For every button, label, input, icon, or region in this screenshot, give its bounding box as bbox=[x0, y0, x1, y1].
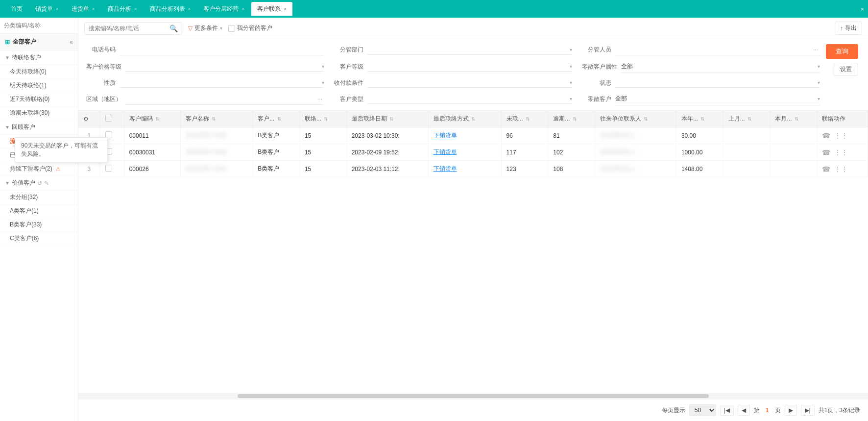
contact-action-icon[interactable]: ☎ bbox=[822, 165, 830, 173]
edit-icon[interactable]: ✎ bbox=[44, 180, 49, 187]
filter-zero-attr-select[interactable]: 全部 ▾ bbox=[621, 60, 820, 73]
filter-zero-attr: 零散客户属性 全部 ▾ bbox=[582, 60, 820, 73]
tab-customer-tier[interactable]: 客户分层经营 × bbox=[197, 2, 250, 16]
filter-zero-customer-select[interactable]: 全部 ▾ bbox=[615, 93, 820, 105]
sidebar-group-pending[interactable]: ▼ 待联络客户 bbox=[0, 50, 78, 65]
filter-manager-ellipsis[interactable]: ··· bbox=[811, 46, 820, 53]
tab-home[interactable]: 首页 bbox=[4, 2, 29, 16]
horizontal-scrollbar[interactable] bbox=[78, 393, 868, 399]
col-code[interactable]: 客户编码 ⇅ bbox=[124, 111, 180, 127]
col-contacts[interactable]: 联络... ⇅ bbox=[299, 111, 346, 127]
more-conditions-button[interactable]: ▽ 更多条件 ▾ bbox=[188, 24, 222, 32]
col-overdue[interactable]: 逾期... ⇅ bbox=[548, 111, 595, 127]
last-page-button[interactable]: ▶| bbox=[801, 405, 815, 416]
col-not-contacted[interactable]: 未联... ⇅ bbox=[501, 111, 548, 127]
more-conditions-label: 更多条件 bbox=[194, 24, 218, 32]
sidebar-group-value[interactable]: ▼ 价值客户 ↺ ✎ bbox=[0, 176, 78, 191]
more-action-icon[interactable]: ⋮⋮ bbox=[834, 165, 848, 173]
sidebar-item-overdue[interactable]: 逾期未联络(30) bbox=[0, 106, 78, 120]
my-customers-checkbox-box[interactable] bbox=[228, 25, 235, 32]
filter-customer-type: 客户类型 ▾ bbox=[334, 94, 572, 104]
sidebar-item-declining[interactable]: 持续下滑客户(2) ⚠ bbox=[0, 162, 78, 176]
row-last-method[interactable]: 下销货单 bbox=[428, 144, 501, 161]
tab-customer-contact[interactable]: 客户联系 × bbox=[251, 2, 292, 16]
tab-sales[interactable]: 销货单 × bbox=[29, 2, 65, 16]
row-last-month bbox=[723, 161, 770, 177]
tab-product-list-close[interactable]: × bbox=[188, 6, 191, 12]
sidebar-group-review[interactable]: ▼ 回顾客户 bbox=[0, 120, 78, 135]
col-checkbox[interactable] bbox=[100, 111, 124, 127]
main-search-box[interactable]: 🔍 bbox=[84, 22, 182, 35]
row-last-method[interactable]: 下销货单 bbox=[428, 161, 501, 177]
tab-purchase[interactable]: 进货单 × bbox=[66, 2, 101, 16]
warning-icon-3: ⚠ bbox=[56, 166, 60, 172]
sidebar-item-week[interactable]: 近7天待联络(0) bbox=[0, 93, 78, 106]
filter-price-level-label: 客户价格等级 bbox=[86, 63, 121, 71]
filter-row-3: 性质 ▾ 收付款条件 ▾ bbox=[86, 78, 820, 88]
prev-page-button[interactable]: ◀ bbox=[738, 405, 750, 416]
tab-product-analysis[interactable]: 商品分析 × bbox=[102, 2, 143, 16]
col-last-method[interactable]: 最后联络方式 ⇅ bbox=[428, 111, 501, 127]
sort-contacts-icon: ⇅ bbox=[324, 116, 328, 122]
row-actions: ☎ ⋮⋮ bbox=[817, 144, 868, 161]
filter-status-select[interactable]: ▾ bbox=[615, 78, 820, 88]
row-last-method[interactable]: 下销货单 bbox=[428, 127, 501, 144]
row-contacts: 15 bbox=[299, 127, 346, 144]
filter-nature-select[interactable]: ▾ bbox=[120, 78, 324, 88]
filter-price-level-select[interactable]: ▾ bbox=[125, 62, 324, 72]
sidebar-search-input[interactable] bbox=[4, 22, 77, 29]
filter-dept: 分管部门 ▾ bbox=[334, 45, 572, 55]
filter-payment-select[interactable]: ▾ bbox=[367, 78, 572, 88]
filter-phone-input[interactable] bbox=[120, 44, 324, 55]
col-this-year[interactable]: 本年... ⇅ bbox=[676, 111, 723, 127]
sidebar-item-today[interactable]: 今天待联络(0) bbox=[0, 65, 78, 79]
col-name[interactable]: 客户名称 ⇅ bbox=[181, 111, 253, 127]
export-button[interactable]: ↑ 导出 bbox=[835, 22, 862, 35]
col-this-month[interactable]: 本月... ⇅ bbox=[770, 111, 817, 127]
col-settings[interactable]: ⚙ bbox=[78, 111, 100, 127]
tab-product-analysis-close[interactable]: × bbox=[134, 6, 137, 12]
row-checkbox[interactable] bbox=[100, 161, 124, 177]
more-action-icon[interactable]: ⋮⋮ bbox=[834, 132, 848, 140]
content-area: 🔍 ▽ 更多条件 ▾ 我分管的客户 ↑ 导出 bbox=[78, 18, 868, 421]
next-page-button[interactable]: ▶ bbox=[785, 405, 797, 416]
sidebar-root-label: 全部客户 bbox=[13, 38, 36, 46]
filter-region-select[interactable]: ··· bbox=[125, 94, 324, 105]
contact-action-icon[interactable]: ☎ bbox=[822, 149, 830, 156]
sidebar-item-class-b[interactable]: B类客户(33) bbox=[0, 218, 78, 232]
refresh-icon[interactable]: ↺ bbox=[37, 180, 42, 187]
col-last-date[interactable]: 最后联络日期 ⇅ bbox=[346, 111, 428, 127]
col-contact-person[interactable]: 往来单位联系人 ⇅ bbox=[595, 111, 676, 127]
more-action-icon[interactable]: ⋮⋮ bbox=[834, 149, 848, 156]
main-search-input[interactable] bbox=[89, 25, 169, 32]
sidebar-all-customers[interactable]: ⊞ 全部客户 « bbox=[0, 34, 78, 50]
sidebar-search-box[interactable]: 🔍 bbox=[0, 18, 78, 34]
tab-purchase-close[interactable]: × bbox=[92, 6, 95, 12]
row-select-checkbox[interactable] bbox=[105, 165, 112, 172]
query-button[interactable]: 查询 bbox=[826, 44, 858, 59]
tab-product-list[interactable]: 商品分析列表 × bbox=[144, 2, 197, 16]
my-customers-checkbox[interactable]: 我分管的客户 bbox=[228, 24, 272, 32]
filter-customer-level-select[interactable]: ▾ bbox=[367, 62, 572, 72]
col-type[interactable]: 客户... ⇅ bbox=[253, 111, 300, 127]
sidebar-collapse-icon[interactable]: « bbox=[70, 39, 73, 46]
filter-dept-select[interactable]: ▾ bbox=[367, 45, 572, 55]
sidebar-item-class-c[interactable]: C类客户(6) bbox=[0, 232, 78, 246]
filter-manager-select[interactable]: ··· bbox=[615, 44, 820, 55]
tab-sales-close[interactable]: × bbox=[56, 6, 59, 12]
contact-action-icon[interactable]: ☎ bbox=[822, 132, 830, 140]
sidebar-item-class-a[interactable]: A类客户(1) bbox=[0, 204, 78, 218]
page-size-select[interactable]: 50 100 200 bbox=[689, 404, 716, 416]
main-search-icon[interactable]: 🔍 bbox=[169, 25, 178, 32]
filter-region-ellipsis[interactable]: ··· bbox=[315, 96, 324, 102]
close-all-button[interactable]: × bbox=[861, 4, 864, 13]
select-all-checkbox[interactable] bbox=[105, 115, 112, 122]
first-page-button[interactable]: |◀ bbox=[720, 405, 734, 416]
tab-customer-contact-close[interactable]: × bbox=[284, 6, 287, 12]
tab-customer-tier-close[interactable]: × bbox=[241, 6, 244, 12]
col-last-month[interactable]: 上月... ⇅ bbox=[723, 111, 770, 127]
filter-customer-type-select[interactable]: ▾ bbox=[367, 94, 572, 104]
sidebar-item-ungroup[interactable]: 未分组(32) bbox=[0, 191, 78, 204]
settings-button[interactable]: 设置 bbox=[834, 63, 858, 76]
sidebar-item-tomorrow[interactable]: 明天待联络(1) bbox=[0, 79, 78, 93]
